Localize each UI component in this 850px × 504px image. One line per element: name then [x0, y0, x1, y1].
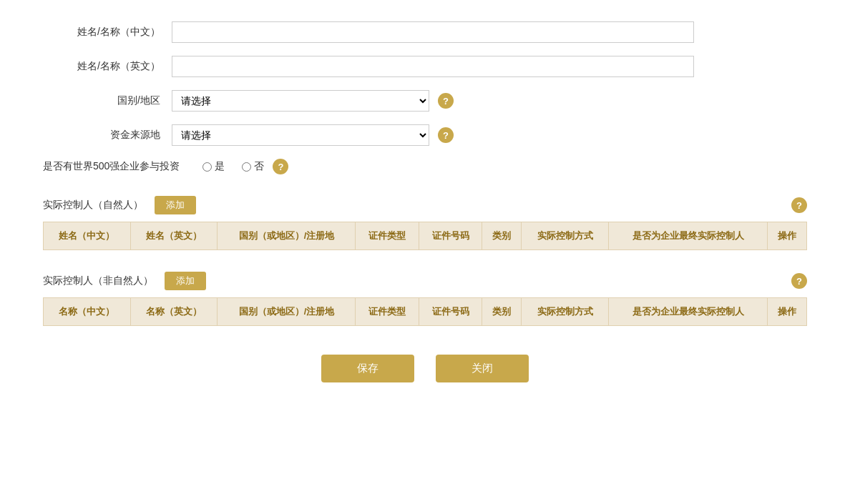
fortune500-no-option[interactable]: 否 — [242, 160, 264, 173]
nnp-col-country: 国别（或地区）/注册地 — [218, 298, 356, 326]
country-row: 国别/地区 请选择 ? — [43, 90, 807, 112]
fund-source-row: 资金来源地 请选择 ? — [43, 124, 807, 146]
country-label: 国别/地区 — [43, 94, 172, 107]
main-form: 姓名/名称（中文） 姓名/名称（英文） 国别/地区 请选择 ? 资金来源地 请选… — [43, 21, 807, 174]
fund-source-help-icon[interactable]: ? — [438, 127, 454, 143]
np-col-country: 国别（或地区）/注册地 — [218, 222, 356, 250]
close-button[interactable]: 关闭 — [436, 355, 529, 382]
fund-source-label: 资金来源地 — [43, 129, 172, 142]
nnp-col-control-method: 实际控制方式 — [522, 298, 609, 326]
fortune500-yes-option[interactable]: 是 — [202, 160, 225, 173]
nnp-col-name-en: 名称（英文） — [130, 298, 218, 326]
non-natural-person-section: 实际控制人（非自然人） 添加 ? 名称（中文） 名称（英文） 国别（或地区）/注… — [43, 265, 807, 326]
nnp-col-ultimate-control: 是否为企业最终实际控制人 — [609, 298, 768, 326]
natural-person-title: 实际控制人（自然人） — [43, 199, 143, 212]
country-help-icon[interactable]: ? — [438, 93, 454, 109]
non-natural-person-table-header-row: 名称（中文） 名称（英文） 国别（或地区）/注册地 证件类型 证件号码 类别 实… — [44, 298, 807, 326]
np-col-action: 操作 — [767, 222, 806, 250]
bottom-buttons: 保存 关闭 — [43, 355, 807, 382]
np-col-name-cn: 姓名（中文） — [44, 222, 131, 250]
np-col-ultimate-control: 是否为企业最终实际控制人 — [609, 222, 768, 250]
np-col-cert-type: 证件类型 — [356, 222, 419, 250]
fund-source-select[interactable]: 请选择 — [172, 124, 429, 146]
fortune500-label: 是否有世界500强企业参与投资 — [43, 160, 191, 173]
nnp-col-cert-type: 证件类型 — [356, 298, 419, 326]
name-cn-input[interactable] — [172, 21, 694, 43]
non-natural-person-title: 实际控制人（非自然人） — [43, 275, 153, 287]
name-cn-row: 姓名/名称（中文） — [43, 21, 807, 43]
fortune500-no-radio[interactable] — [242, 162, 251, 172]
name-en-label: 姓名/名称（英文） — [43, 60, 172, 73]
fortune500-help-icon[interactable]: ? — [273, 159, 288, 174]
nnp-col-cert-no: 证件号码 — [419, 298, 482, 326]
non-natural-person-table: 名称（中文） 名称（英文） 国别（或地区）/注册地 证件类型 证件号码 类别 实… — [43, 297, 807, 326]
fortune500-yes-label: 是 — [215, 160, 225, 173]
country-select[interactable]: 请选择 — [172, 90, 429, 112]
fortune500-radio-group: 是 否 — [191, 160, 264, 173]
nnp-col-name-cn: 名称（中文） — [44, 298, 131, 326]
np-col-name-en: 姓名（英文） — [130, 222, 218, 250]
non-natural-person-add-button[interactable]: 添加 — [165, 272, 206, 290]
np-col-category: 类别 — [482, 222, 522, 250]
np-col-cert-no: 证件号码 — [419, 222, 482, 250]
natural-person-table: 姓名（中文） 姓名（英文） 国别（或地区）/注册地 证件类型 证件号码 类别 实… — [43, 222, 807, 250]
fortune500-row: 是否有世界500强企业参与投资 是 否 ? — [43, 159, 807, 174]
save-button[interactable]: 保存 — [321, 355, 414, 382]
nnp-col-action: 操作 — [767, 298, 806, 326]
non-natural-person-header: 实际控制人（非自然人） 添加 ? — [43, 265, 807, 297]
fortune500-yes-radio[interactable] — [202, 162, 212, 172]
name-en-input[interactable] — [172, 56, 694, 77]
name-en-row: 姓名/名称（英文） — [43, 56, 807, 77]
natural-person-add-button[interactable]: 添加 — [155, 196, 196, 214]
name-cn-label: 姓名/名称（中文） — [43, 26, 172, 39]
fortune500-no-label: 否 — [254, 160, 264, 173]
natural-person-table-header-row: 姓名（中文） 姓名（英文） 国别（或地区）/注册地 证件类型 证件号码 类别 实… — [44, 222, 807, 250]
non-natural-person-help-icon[interactable]: ? — [791, 273, 807, 289]
nnp-col-category: 类别 — [482, 298, 522, 326]
natural-person-header: 实际控制人（自然人） 添加 ? — [43, 189, 807, 222]
natural-person-section: 实际控制人（自然人） 添加 ? 姓名（中文） 姓名（英文） 国别（或地区）/注册… — [43, 189, 807, 250]
np-col-control-method: 实际控制方式 — [522, 222, 609, 250]
natural-person-help-icon[interactable]: ? — [791, 197, 807, 213]
